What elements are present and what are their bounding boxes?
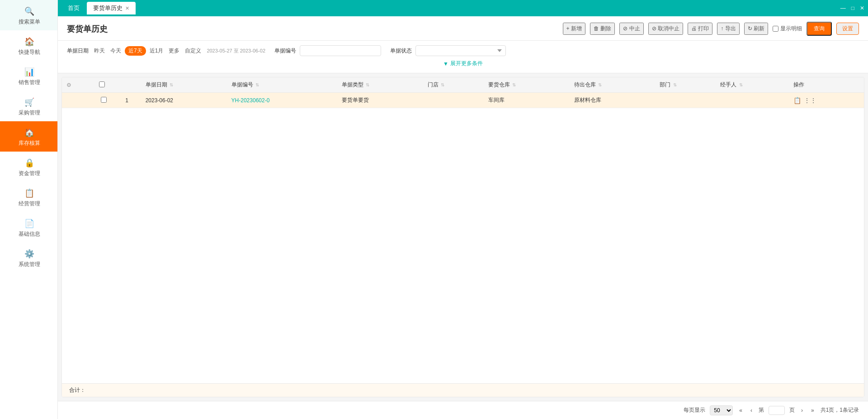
tab-close-requisition-history[interactable]: ✕ xyxy=(125,5,129,11)
page-label: 第 xyxy=(759,406,764,414)
display-detail-toggle[interactable]: 显示明细 xyxy=(773,25,802,33)
date-shortcut-yesterday[interactable]: 昨天 xyxy=(92,47,107,55)
store-col-header[interactable]: 门店 ⇅ xyxy=(423,77,484,93)
sidebar-label-basic-info: 基础信息 xyxy=(19,230,40,238)
sidebar-label-quick-nav: 快捷导航 xyxy=(19,48,40,56)
minimize-button[interactable]: — xyxy=(840,5,846,11)
tab-home[interactable]: 首页 xyxy=(61,2,86,14)
sidebar-label-operations: 经营管理 xyxy=(19,200,40,208)
pagination-bar: 每页显示 50 10 20 100 « ‹ 第 1 页 › » 共1页，1条记录 xyxy=(58,401,868,419)
window-controls: — □ ✕ xyxy=(840,5,864,11)
req-warehouse-col-header[interactable]: 要货仓库 ⇅ xyxy=(484,77,570,93)
tab-label-requisition-history: 要货单历史 xyxy=(93,4,123,12)
prev-prev-button[interactable]: « xyxy=(737,406,744,414)
page-input[interactable]: 1 xyxy=(769,406,785,415)
summary-label: 合计： xyxy=(69,387,85,393)
data-table: ⚙ 单据日期 ⇅ 单据编号 ⇅ 单据类型 ⇅ 门店 ⇅ 要货仓库 ⇅ 待出仓库 … xyxy=(62,77,864,108)
status-label: 单据状态 xyxy=(390,47,412,55)
expand-more-button[interactable]: ▼ 展开更多条件 xyxy=(67,58,859,69)
purchase-icon: 🛒 xyxy=(24,97,34,107)
page-header: 要货单历史 + 新增 🗑 删除 ⊘ 中止 ⊘ 取消中止 🖨 打印 ↑ 导出 ↻ … xyxy=(58,16,868,41)
row-checkbox-cell[interactable] xyxy=(94,93,113,108)
filter-area: 单据日期 昨天今天近7天近1月更多自定义 2023-05-27 至 2023-0… xyxy=(58,41,868,73)
tab-requisition-history[interactable]: 要货单历史✕ xyxy=(87,2,136,14)
row-handler xyxy=(716,93,789,108)
sidebar-label-finance: 资金管理 xyxy=(19,170,40,177)
sidebar-item-system[interactable]: ⚙️系统管理 xyxy=(0,243,57,273)
sidebar-label-inventory: 库存核算 xyxy=(19,139,40,147)
per-page-label: 每页显示 xyxy=(684,406,705,414)
export-button[interactable]: ↑ 导出 xyxy=(717,23,739,35)
sidebar-label-system: 系统管理 xyxy=(19,261,40,268)
row-doc-type: 要货单要货 xyxy=(337,93,423,108)
date-range: 2023-05-27 至 2023-06-02 xyxy=(207,48,265,54)
pending-warehouse-col-header[interactable]: 待出仓库 ⇅ xyxy=(570,77,656,93)
doc-number-col-header[interactable]: 单据编号 ⇅ xyxy=(227,77,337,93)
sales-icon: 📊 xyxy=(24,67,34,77)
sidebar-item-quick-nav[interactable]: 🏠快捷导航 xyxy=(0,30,57,61)
quick-nav-icon: 🏠 xyxy=(24,37,34,47)
sidebar-item-operations[interactable]: 📋经营管理 xyxy=(0,182,57,212)
settings-col-header[interactable]: ⚙ xyxy=(62,77,94,93)
sidebar-item-purchase[interactable]: 🛒采购管理 xyxy=(0,91,57,121)
refresh-button[interactable]: ↻ 刷新 xyxy=(744,23,768,35)
date-shortcut-custom[interactable]: 自定义 xyxy=(183,47,203,55)
toolbar: + 新增 🗑 删除 ⊘ 中止 ⊘ 取消中止 🖨 打印 ↑ 导出 ↻ 刷新 显示明… xyxy=(563,22,859,36)
next-button[interactable]: › xyxy=(799,406,805,414)
doc-type-col-header[interactable]: 单据类型 ⇅ xyxy=(337,77,423,93)
sidebar-item-basic-info[interactable]: 📄基础信息 xyxy=(0,212,57,243)
total-info: 共1页，1条记录 xyxy=(821,406,859,414)
date-shortcut-today[interactable]: 今天 xyxy=(108,47,123,55)
finance-icon: 🔒 xyxy=(24,158,34,168)
per-page-select[interactable]: 50 10 20 100 xyxy=(710,405,733,415)
sidebar-item-inventory[interactable]: 🏠库存核算 xyxy=(0,121,57,152)
row-settings-cell xyxy=(62,93,94,108)
print-button[interactable]: 🖨 打印 xyxy=(688,23,712,35)
table-footer: 合计： xyxy=(62,383,864,397)
display-detail-checkbox[interactable] xyxy=(773,26,778,32)
row-checkbox[interactable] xyxy=(101,97,107,103)
row-pending-warehouse: 原材料仓库 xyxy=(570,93,656,108)
page-title: 要货单历史 xyxy=(67,24,108,34)
delete-button[interactable]: 🗑 删除 xyxy=(590,23,615,35)
query-button[interactable]: 查询 xyxy=(807,22,832,36)
checkbox-col-header[interactable] xyxy=(94,77,113,93)
sidebar-label-purchase: 采购管理 xyxy=(19,109,40,117)
system-icon: ⚙️ xyxy=(24,249,34,259)
stop-button[interactable]: ⊘ 中止 xyxy=(619,23,643,35)
display-detail-label: 显示明细 xyxy=(780,25,802,33)
cancel-stop-button[interactable]: ⊘ 取消中止 xyxy=(648,23,683,35)
department-col-header[interactable]: 部门 ⇅ xyxy=(655,77,716,93)
close-button[interactable]: ✕ xyxy=(860,5,864,11)
status-filter-group: 单据状态 xyxy=(390,45,506,56)
date-shortcut-last1month[interactable]: 近1月 xyxy=(148,47,165,55)
row-num-col-header xyxy=(113,77,141,93)
date-shortcut-more[interactable]: 更多 xyxy=(167,47,181,55)
new-button[interactable]: + 新增 xyxy=(563,23,585,35)
basic-info-icon: 📄 xyxy=(24,219,34,229)
row-edit-icon[interactable]: 📋 xyxy=(793,97,801,104)
row-doc-date: 2023-06-02 xyxy=(141,93,227,108)
sidebar-item-finance[interactable]: 🔒资金管理 xyxy=(0,152,57,182)
status-select[interactable] xyxy=(415,45,506,56)
next-next-button[interactable]: » xyxy=(809,406,816,414)
select-all-checkbox[interactable] xyxy=(99,81,105,87)
page-suffix: 页 xyxy=(789,406,795,414)
sidebar-item-sales[interactable]: 📊销售管理 xyxy=(0,61,57,91)
sidebar-item-search-menu[interactable]: 🔍搜索菜单 xyxy=(0,0,57,30)
row-more-icon[interactable]: ⋮⋮ xyxy=(804,97,816,104)
prev-button[interactable]: ‹ xyxy=(749,406,754,414)
doc-number-input[interactable] xyxy=(300,45,381,56)
doc-number-link[interactable]: YH-20230602-0 xyxy=(231,97,270,104)
row-actions: 📋 ⋮⋮ xyxy=(789,93,864,108)
date-shortcut-last7days[interactable]: 近7天 xyxy=(125,46,146,56)
maximize-button[interactable]: □ xyxy=(851,5,854,11)
tab-bar: 首页要货单历史✕ — □ ✕ xyxy=(58,0,868,16)
settings-button[interactable]: 设置 xyxy=(836,23,859,35)
row-num-cell: 1 xyxy=(113,93,141,108)
row-doc-number: YH-20230602-0 xyxy=(227,93,337,108)
doc-date-col-header[interactable]: 单据日期 ⇅ xyxy=(141,77,227,93)
inventory-icon: 🏠 xyxy=(24,128,34,138)
actions-col-header: 操作 xyxy=(789,77,864,93)
handler-col-header[interactable]: 经手人 ⇅ xyxy=(716,77,789,93)
